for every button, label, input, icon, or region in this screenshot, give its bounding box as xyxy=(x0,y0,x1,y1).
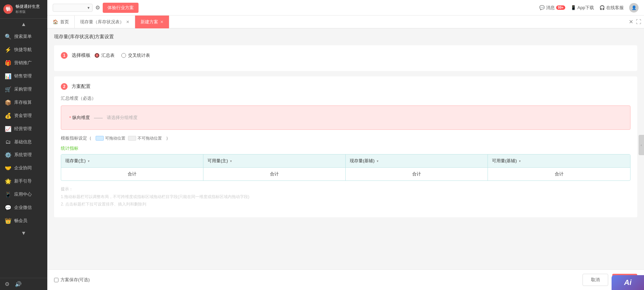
sidebar-item-wechat[interactable]: 💬 企业微信 xyxy=(0,201,47,214)
sidebar-label-quicknav: 快捷导航 xyxy=(14,47,32,53)
online-service-button[interactable]: 🎧 在线客服 xyxy=(599,5,624,11)
save-checkbox-label[interactable]: 方案保存(可选) xyxy=(54,277,90,283)
sidebar-item-search[interactable]: 🔍 搜索菜单 xyxy=(0,30,47,43)
gear-button[interactable]: ⚙ xyxy=(95,4,100,11)
sidebar-item-purchase[interactable]: 🛒 采购管理 xyxy=(0,83,47,96)
dimension-box[interactable]: * 纵向维度 —— 请选择分组维度 xyxy=(61,105,630,130)
stats-section: 统计指标 现存量(主) ▾ 可用量(主) ▾ 现存量(基辅) xyxy=(61,145,630,181)
avatar-icon: 👤 xyxy=(631,5,637,10)
app-download-button[interactable]: 📱 App下载 xyxy=(571,5,594,11)
stats-th-3[interactable]: 可用量(基辅) ▾ xyxy=(488,154,630,167)
stats-th-1[interactable]: 可用量(主) ▾ xyxy=(203,154,346,167)
sidebar-label-search: 搜索菜单 xyxy=(14,33,32,40)
radio-cross-input[interactable] xyxy=(121,53,126,58)
sidebar-item-marketing[interactable]: 🎁 营销推广 xyxy=(0,56,47,70)
tab-new-plan-label: 新建方案 xyxy=(141,19,158,25)
sidebar-label-finance: 资金管理 xyxy=(14,113,32,119)
nodrag-label: 不可拖动位置 xyxy=(138,136,162,141)
radio-summary-input[interactable] xyxy=(95,53,99,58)
sidebar-item-finance[interactable]: 💰 资金管理 xyxy=(0,109,47,122)
template-radio-group: 汇总表 交叉统计表 xyxy=(95,52,150,58)
sidebar: 畅 畅捷通好生意 标准版 ▲ 🔍 搜索菜单 ⚡ 快捷导航 🎁 营销推广 📊 销售… xyxy=(0,0,47,290)
right-panel-toggle[interactable]: ‹ xyxy=(639,135,644,155)
step2-section: 2 方案配置 汇总维度（必选） * 纵向维度 —— 请选择分组维度 模板指标设定… xyxy=(54,76,637,217)
tab-close-all-button[interactable]: ✕ xyxy=(629,19,633,25)
legend-drag: 可拖动位置 xyxy=(96,136,125,141)
home-icon: 🏠 xyxy=(53,19,58,24)
scroll-up-button[interactable]: ▲ xyxy=(20,20,28,29)
sound-icon[interactable]: 🔊 xyxy=(15,281,22,287)
tips-title: 提示： xyxy=(61,186,630,192)
user-avatar[interactable]: 👤 xyxy=(629,3,639,13)
scroll-down-button[interactable]: ▼ xyxy=(20,229,28,238)
page-title: 现存量(库存状况表)方案设置 xyxy=(54,34,637,40)
sidebar-item-member[interactable]: 👑 畅会员 xyxy=(0,214,47,227)
cancel-button[interactable]: 取消 xyxy=(583,274,608,286)
stats-th-0[interactable]: 现存量(主) ▾ xyxy=(61,154,203,167)
radio-summary[interactable]: 汇总表 xyxy=(95,52,115,58)
tab-inventory[interactable]: 现存量（库存状况表） ✕ xyxy=(75,16,135,28)
tab-home[interactable]: 🏠 首页 xyxy=(47,16,75,28)
sidebar-item-business[interactable]: 📈 经营管理 xyxy=(0,122,47,136)
ai-badge[interactable]: Ai xyxy=(612,275,644,290)
dimension-name: 纵向维度 xyxy=(72,115,90,121)
tabbar-actions: ✕ ⛶ xyxy=(629,19,644,25)
sidebar-item-enterprise[interactable]: 🤝 企业协同 xyxy=(0,162,47,175)
search-box: ▾ xyxy=(53,4,93,12)
radio-cross[interactable]: 交叉统计表 xyxy=(121,52,150,58)
content-area: 现存量(库存状况表)方案设置 1 选择模板 汇总表 交叉统计表 xyxy=(47,28,644,269)
sidebar-scroll-up[interactable]: ▲ xyxy=(0,19,47,30)
sidebar-item-system[interactable]: ⚙️ 系统管理 xyxy=(0,148,47,162)
apps-icon: 📱 xyxy=(5,191,11,198)
step2-header: 2 方案配置 xyxy=(61,83,630,90)
sidebar-item-basic[interactable]: 🗂 基础信息 xyxy=(0,136,47,148)
stats-td-0-2: 合计 xyxy=(346,168,488,180)
indicator-setting-label: 模板指标设定（ xyxy=(61,135,92,141)
tab-inventory-label: 现存量（库存状况表） xyxy=(80,19,124,25)
guide-icon: 🌟 xyxy=(5,178,11,185)
stats-th-2-dropdown[interactable]: ▾ xyxy=(377,159,378,163)
message-badge: 99+ xyxy=(556,5,565,10)
dimension-placeholder: 请选择分组维度 xyxy=(107,115,138,121)
sidebar-item-quick-nav[interactable]: ⚡ 快捷导航 xyxy=(0,43,47,56)
sidebar-label-business: 经营管理 xyxy=(14,126,32,132)
trial-button[interactable]: 体验行业方案 xyxy=(103,3,139,13)
stats-th-2[interactable]: 现存量(基辅) ▾ xyxy=(346,154,488,167)
stats-section-label: 统计指标 xyxy=(61,145,630,151)
sidebar-item-inventory[interactable]: 📦 库存核算 xyxy=(0,96,47,109)
app-name: 畅捷通好生意 xyxy=(16,4,40,9)
stats-th-3-dropdown[interactable]: ▾ xyxy=(519,159,521,163)
message-button[interactable]: 💬 消息 99+ xyxy=(539,5,565,11)
save-checkbox[interactable] xyxy=(54,278,58,282)
message-icon: 💬 xyxy=(539,5,545,10)
tips-item-1: 2. 点击标题栏下拉可设置排序、插入列和删除列 xyxy=(61,201,630,208)
basic-icon: 🗂 xyxy=(5,139,11,145)
tab-expand-button[interactable]: ⛶ xyxy=(636,19,641,25)
sidebar-scroll-down[interactable]: ▼ xyxy=(0,227,47,239)
inventory-icon: 📦 xyxy=(5,99,11,106)
sidebar-label-inventory: 库存核算 xyxy=(14,99,32,105)
search-dropdown-button[interactable]: ▾ xyxy=(88,5,90,10)
stats-td-0-0: 合计 xyxy=(61,168,203,180)
nodrag-color-swatch xyxy=(128,136,136,141)
tab-inventory-close[interactable]: ✕ xyxy=(126,20,129,24)
stats-th-0-dropdown[interactable]: ▾ xyxy=(88,159,90,163)
stats-table: 现存量(主) ▾ 可用量(主) ▾ 现存量(基辅) ▾ 可用量(基辅) xyxy=(61,154,630,181)
finance-icon: 💰 xyxy=(5,113,11,119)
sidebar-item-guide[interactable]: 🌟 新手引导 xyxy=(0,175,47,188)
tab-new-plan[interactable]: 新建方案 ✕ xyxy=(135,16,169,28)
app-download-label: App下载 xyxy=(577,5,594,11)
settings-icon[interactable]: ⚙ xyxy=(5,281,9,287)
sidebar-item-sales[interactable]: 📊 销售管理 xyxy=(0,70,47,83)
sales-icon: 📊 xyxy=(5,73,11,79)
stats-th-1-dropdown[interactable]: ▾ xyxy=(230,159,232,163)
quicknav-icon: ⚡ xyxy=(5,47,11,53)
sidebar-item-apps[interactable]: 📱 应用中心 xyxy=(0,188,47,201)
tab-new-plan-close[interactable]: ✕ xyxy=(160,20,164,24)
sidebar-label-marketing: 营销推广 xyxy=(14,60,32,66)
search-input[interactable] xyxy=(56,5,86,10)
sidebar-label-wechat: 企业微信 xyxy=(14,204,32,211)
tips-item-0: 1.拖动标题栏可以调整布局，不可跨维度或指标区域拖动栏目字段(只能在同一维度或指… xyxy=(61,193,630,201)
radio-cross-label: 交叉统计表 xyxy=(128,52,150,58)
stats-th-1-label: 可用量(主) xyxy=(207,158,228,164)
